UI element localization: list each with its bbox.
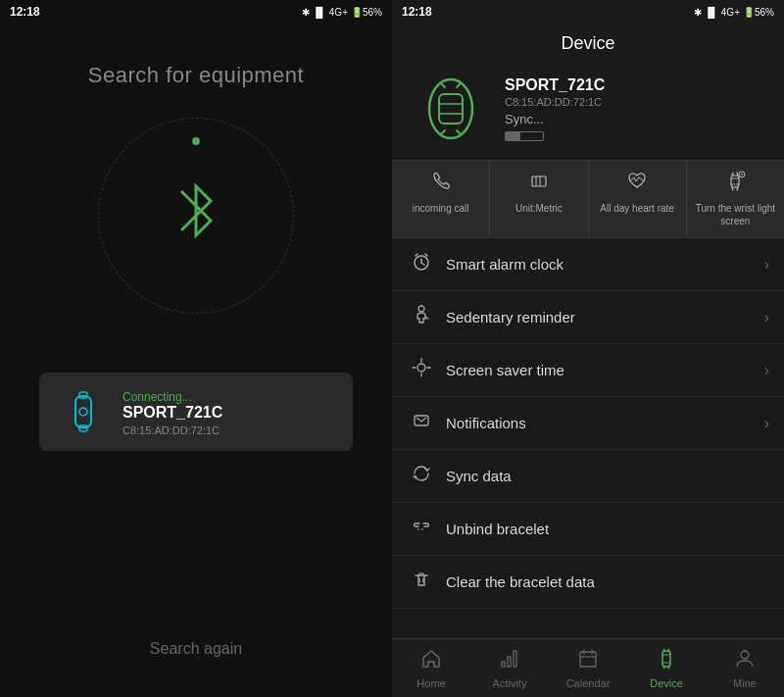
calendar-icon [577,648,599,674]
svg-line-28 [416,254,417,256]
unbind-icon [407,517,436,541]
bluetooth-status-icon: ✱ [302,7,310,18]
svg-line-54 [663,667,664,669]
time-left: 12:18 [10,5,40,19]
metric-icon [528,171,550,198]
left-panel: 12:18 ✱ ▐▌ 4G+ 🔋56% Search for equipment [0,0,392,697]
qa-unit-metric[interactable]: Unit:Metric [490,161,588,237]
bottom-nav: Home Activity Calendar [392,638,784,697]
svg-line-55 [668,667,669,669]
svg-line-53 [668,649,669,651]
svg-rect-44 [514,651,516,667]
nav-home[interactable]: Home [392,648,470,689]
svg-line-27 [421,263,424,265]
device-name-left: SPORT_721C [122,404,333,422]
svg-rect-15 [731,175,739,187]
heart-icon [626,171,648,198]
notifications-icon [407,411,436,435]
svg-rect-49 [662,651,670,667]
home-icon [420,648,442,674]
svg-point-4 [429,79,472,138]
time-right: 12:18 [402,5,432,19]
menu-item-smart-alarm[interactable]: Smart alarm clock › [392,238,784,291]
arrow-icon-sedentary: › [764,309,769,326]
menu-item-screen-saver[interactable]: Screen saver time › [392,344,784,397]
qa-incoming-call[interactable]: incoming call [392,161,490,237]
activity-icon [499,648,520,674]
nav-calendar[interactable]: Calendar [549,648,627,689]
menu-label-sync: Sync data [446,468,769,484]
device-icon-left [59,387,108,436]
menu-item-sync-data[interactable]: Sync data [392,450,784,503]
nav-label-calendar: Calendar [566,677,611,689]
device-card-left[interactable]: Connecting... SPORT_721C C8:15:AD:DD:72:… [39,373,353,451]
svg-line-20 [732,187,733,190]
nav-label-activity: Activity [493,677,527,689]
svg-line-52 [663,649,664,651]
screen-saver-icon [407,358,436,382]
network-icon: 4G+ [329,7,348,18]
device-details-right: SPORT_721C C8:15:AD:DD:72:1C Sync... [505,76,764,141]
battery-bar [505,131,544,141]
device-addr-left: C8:15:AD:DD:72:1C [122,424,333,436]
device-info-left: Connecting... SPORT_721C C8:15:AD:DD:72:… [122,388,333,436]
mine-icon [734,648,756,674]
sedentary-icon [407,305,436,329]
status-icons-right: ✱ ▐▌ 4G+ 🔋56% [694,7,774,18]
qa-label-call: incoming call [413,202,469,215]
signal-icon-right: ▐▌ [705,7,718,18]
qa-label-heart: All day heart rate [600,202,674,215]
sync-icon [407,464,436,488]
search-title: Search for equipment [88,63,304,88]
nav-mine[interactable]: Mine [706,648,784,689]
status-bar-left: 12:18 ✱ ▐▌ 4G+ 🔋56% [0,0,392,24]
arrow-icon-alarm: › [764,256,769,274]
bt-icon-right: ✱ [694,7,702,18]
svg-point-56 [741,651,749,659]
battery-icon: 🔋56% [351,7,382,18]
svg-rect-0 [75,396,91,427]
qa-wrist-screen[interactable]: Turn the wrist light screen [687,161,784,237]
call-icon [430,171,452,198]
nav-label-mine: Mine [733,677,757,689]
menu-label-clear: Clear the bracelet data [446,573,769,590]
menu-item-notifications[interactable]: Notifications › [392,397,784,450]
nav-device[interactable]: Device [627,648,706,689]
nav-label-device: Device [650,677,683,689]
svg-point-3 [79,408,87,416]
menu-label-screen-saver: Screen saver time [446,362,764,378]
svg-rect-42 [502,662,505,667]
signal-icon: ▐▌ [313,7,326,18]
menu-label-unbind: Unbind bracelet [446,521,769,537]
menu-item-unbind[interactable]: Unbind bracelet [392,503,784,556]
svg-rect-12 [532,176,546,186]
arrow-icon-screen-saver: › [764,362,769,379]
menu-item-sedentary[interactable]: Sedentary reminder › [392,291,784,344]
qa-label-metric: Unit:Metric [515,202,563,215]
menu-label-sedentary: Sedentary reminder [446,309,764,325]
menu-list: Smart alarm clock › Sedentary reminder › [392,238,784,638]
bluetooth-circle [98,118,294,314]
qa-label-wrist: Turn the wrist light screen [692,202,779,227]
trash-icon [407,570,436,594]
status-icons-left: ✱ ▐▌ 4G+ 🔋56% [302,7,382,18]
wrist-icon [724,171,746,198]
menu-item-clear-data[interactable]: Clear the bracelet data [392,556,784,609]
nav-activity[interactable]: Activity [470,648,549,689]
sync-text: Sync... [505,112,764,126]
menu-label-notifications: Notifications [446,415,764,431]
svg-rect-37 [415,416,428,425]
svg-line-10 [441,130,445,134]
qa-heart-rate[interactable]: All day heart rate [589,161,687,237]
nav-label-home: Home [416,677,445,689]
bluetooth-dot [192,137,200,145]
device-addr-right: C8:15:AD:DD:72:1C [505,96,764,108]
svg-rect-45 [580,652,596,667]
connecting-label: Connecting... [122,390,333,404]
menu-label-alarm: Smart alarm clock [446,256,764,273]
arrow-icon-notifications: › [764,415,769,432]
network-icon-right: 4G+ [721,7,740,18]
svg-line-8 [441,83,445,87]
svg-line-9 [457,83,461,87]
search-again-button[interactable]: Search again [150,640,242,658]
